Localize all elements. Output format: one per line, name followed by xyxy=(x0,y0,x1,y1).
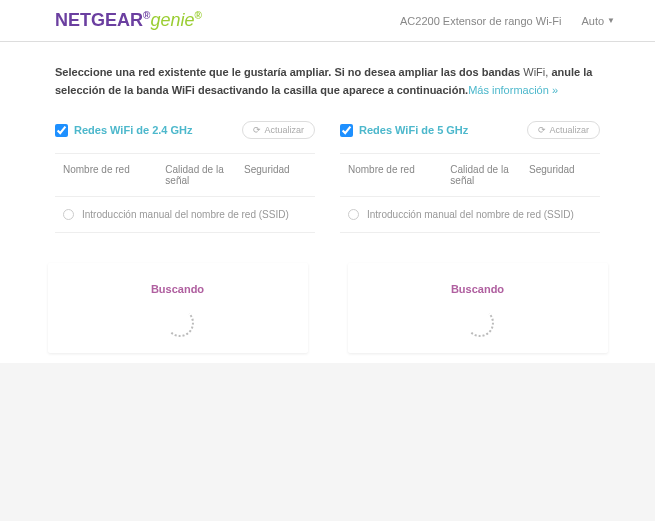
column-24ghz: Redes WiFi de 2.4 GHz ⟳ Actualizar Nombr… xyxy=(55,121,315,233)
column-5ghz: Redes WiFi de 5 GHz ⟳ Actualizar Nombre … xyxy=(340,121,600,233)
logo-netgear: NETGEAR xyxy=(55,10,143,30)
spinner-icon xyxy=(166,309,190,333)
instr-bold1: Seleccione una red existente que le gust… xyxy=(55,66,520,78)
instr-plain1: WiFi, xyxy=(520,66,551,78)
searching-card-5: Buscando xyxy=(348,263,608,353)
instruction-text: Seleccione una red existente que le gust… xyxy=(55,64,600,99)
th-signal-5: Calidad de la señal xyxy=(450,164,529,186)
caret-down-icon: ▼ xyxy=(607,16,615,25)
model-label: AC2200 Extensor de rango Wi-Fi xyxy=(400,15,561,27)
searching-text-5: Buscando xyxy=(451,283,504,295)
gray-spacer xyxy=(0,363,655,521)
logo-reg2: ® xyxy=(194,10,201,21)
refresh-button-24[interactable]: ⟳ Actualizar xyxy=(242,121,315,139)
table-header-5: Nombre de red Calidad de la señal Seguri… xyxy=(340,153,600,197)
content: Seleccione una red existente que le gust… xyxy=(0,42,655,243)
searching-text-24: Buscando xyxy=(151,283,204,295)
auto-dropdown[interactable]: Auto ▼ xyxy=(581,15,615,27)
manual-label-5: Introducción manual del nombre de red (S… xyxy=(367,209,574,220)
band-24-checkbox-label[interactable]: Redes WiFi de 2.4 GHz xyxy=(55,124,193,137)
manual-ssid-row-24[interactable]: Introducción manual del nombre de red (S… xyxy=(55,197,315,233)
th-name-5: Nombre de red xyxy=(348,164,450,186)
columns: Redes WiFi de 2.4 GHz ⟳ Actualizar Nombr… xyxy=(55,121,600,233)
band-5-label: Redes WiFi de 5 GHz xyxy=(359,124,468,136)
refresh-icon: ⟳ xyxy=(538,125,546,135)
band-row-24: Redes WiFi de 2.4 GHz ⟳ Actualizar xyxy=(55,121,315,139)
manual-label-24: Introducción manual del nombre de red (S… xyxy=(82,209,289,220)
searching-area: Buscando Buscando xyxy=(0,243,655,363)
th-name-24: Nombre de red xyxy=(63,164,165,186)
refresh-button-5[interactable]: ⟳ Actualizar xyxy=(527,121,600,139)
spinner-icon xyxy=(466,309,490,333)
refresh-icon: ⟳ xyxy=(253,125,261,135)
band-24-checkbox[interactable] xyxy=(55,124,68,137)
band-5-checkbox-label[interactable]: Redes WiFi de 5 GHz xyxy=(340,124,468,137)
auto-label: Auto xyxy=(581,15,604,27)
logo-genie: genie xyxy=(150,10,194,30)
radio-icon xyxy=(63,209,74,220)
band-row-5: Redes WiFi de 5 GHz ⟳ Actualizar xyxy=(340,121,600,139)
header: NETGEAR®genie® AC2200 Extensor de rango … xyxy=(0,0,655,42)
band-5-checkbox[interactable] xyxy=(340,124,353,137)
logo: NETGEAR®genie® xyxy=(55,10,202,31)
manual-ssid-row-5[interactable]: Introducción manual del nombre de red (S… xyxy=(340,197,600,233)
refresh-label-5: Actualizar xyxy=(549,125,589,135)
th-security-24: Seguridad xyxy=(244,164,307,186)
band-24-label: Redes WiFi de 2.4 GHz xyxy=(74,124,193,136)
searching-card-24: Buscando xyxy=(48,263,308,353)
th-signal-24: Calidad de la señal xyxy=(165,164,244,186)
header-right: AC2200 Extensor de rango Wi-Fi Auto ▼ xyxy=(400,15,615,27)
refresh-label-24: Actualizar xyxy=(264,125,304,135)
table-header-24: Nombre de red Calidad de la señal Seguri… xyxy=(55,153,315,197)
radio-icon xyxy=(348,209,359,220)
more-info-link[interactable]: Más información » xyxy=(468,84,558,96)
th-security-5: Seguridad xyxy=(529,164,592,186)
